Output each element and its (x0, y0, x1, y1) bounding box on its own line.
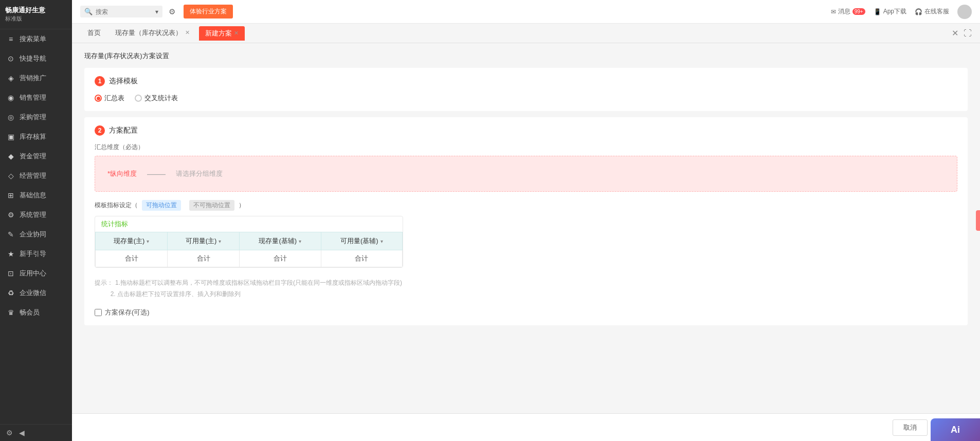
tab-inventory-status[interactable]: 现存量（库存状况表） ✕ (108, 24, 197, 43)
sidebar-item-finance[interactable]: ◆ 资金管理 (0, 146, 72, 166)
sidebar-item-inventory[interactable]: ▣ 库存核算 (0, 127, 72, 146)
window-expand-btn[interactable]: ⛶ (964, 29, 972, 38)
dim-required-text: *纵向维度 (107, 169, 137, 178)
avatar[interactable] (957, 5, 972, 19)
radio-summary-dot (97, 97, 100, 100)
sidebar-item-marketing[interactable]: ◈ 营销推广 (0, 68, 72, 88)
stats-col3-header: 现存量(基辅) ▾ (240, 232, 321, 250)
message-btn[interactable]: ✉ 消息 99+ (831, 7, 865, 16)
ai-fab-button[interactable]: Ai (931, 418, 980, 441)
section1-title: 选择模板 (109, 77, 138, 86)
dim-placeholder[interactable]: 请选择分组维度 (176, 169, 223, 178)
col3-dropdown[interactable]: 现存量(基辅) ▾ (259, 236, 301, 246)
tab-new-scheme-btn[interactable]: 新建方案 ✕ (199, 26, 245, 41)
window-close-btn[interactable]: ✕ (952, 28, 958, 38)
search-dropdown-arrow[interactable]: ▾ (155, 8, 158, 15)
section1-num: 1 (95, 76, 105, 86)
section2-num: 2 (95, 125, 105, 136)
tips-area: 提示： 1.拖动标题栏可以调整布局，不可跨维度或指标区域拖动栏目字段(只能在同一… (95, 278, 957, 300)
radio-cross-label: 交叉统计表 (144, 94, 178, 103)
col2-dropdown[interactable]: 可用量(主) ▾ (186, 236, 222, 246)
radio-cross[interactable]: 交叉统计表 (135, 94, 178, 103)
tips-line1: 1.拖动标题栏可以调整布局，不可跨维度或指标区域拖动栏目字段(只能在同一维度或指… (115, 278, 402, 289)
tab-new-scheme-label: 新建方案 (205, 29, 232, 38)
finance-icon: ◆ (6, 152, 15, 160)
sidebar-item-sales[interactable]: ◉ 销售管理 (0, 88, 72, 107)
search-icon: 🔍 (84, 8, 93, 15)
stats-table: 现存量(主) ▾ 可用量(主) ▾ (95, 232, 403, 267)
col4-dropdown[interactable]: 可用量(基辅) ▾ (340, 236, 383, 246)
sidebar-scroll: ≡ 搜索菜单 ⊙ 快捷导航 ◈ 营销推广 ◉ 销售管理 ◎ 采购管理 ▣ 库存核… (0, 29, 72, 424)
cancel-button[interactable]: 取消 (893, 419, 928, 436)
operations-icon: ◇ (6, 172, 15, 180)
stats-col3-cell: 合计 (240, 250, 321, 267)
save-area: 方案保存(可选) (95, 308, 957, 317)
radio-summary-circle (95, 95, 102, 102)
sidebar-item-label: 经营管理 (20, 171, 46, 180)
col1-dropdown[interactable]: 现存量(主) ▾ (114, 236, 150, 246)
indicator-label: 模板指标设定（ 可拖动位置 不可拖动位置 ） (95, 200, 957, 211)
col2-label: 可用量(主) (186, 236, 217, 246)
edge-handle[interactable] (976, 210, 980, 231)
app-download-btn[interactable]: 📱 App下载 (874, 7, 906, 16)
enterprise-icon: ✎ (6, 230, 15, 238)
sidebar-item-quick-nav[interactable]: ⊙ 快捷导航 (0, 49, 72, 68)
stats-col4-cell: 合计 (321, 250, 403, 267)
sidebar-item-basic[interactable]: ⊞ 基础信息 (0, 186, 72, 205)
radio-cross-circle (135, 95, 142, 102)
search-menu-icon: ≡ (6, 35, 15, 43)
sidebar-item-label: 快捷导航 (20, 54, 46, 63)
section2-header: 2 方案配置 (95, 125, 957, 136)
tab-home[interactable]: 首页 (80, 24, 108, 43)
online-service-btn[interactable]: 🎧 在线客服 (915, 7, 949, 16)
sales-icon: ◉ (6, 94, 15, 102)
tab-home-label: 首页 (87, 28, 101, 38)
stats-col1-cell: 合计 (96, 250, 168, 267)
tip-line-2: 2. 点击标题栏下拉可设置排序、插入列和删除列 (95, 289, 957, 300)
topbar-gear-icon[interactable]: ⚙ (169, 7, 175, 16)
sound-bottom-icon[interactable]: ◀ (19, 429, 25, 437)
tips-title: 提示： (95, 278, 113, 289)
save-checkbox[interactable] (95, 309, 102, 316)
trial-btn[interactable]: 体验行业方案 (184, 5, 233, 19)
save-label: 方案保存(可选) (105, 308, 150, 317)
settings-bottom-icon[interactable]: ⚙ (6, 429, 13, 437)
stats-section: 统计指标 现存量(主) ▾ (95, 216, 403, 268)
member-icon: ♛ (6, 308, 15, 317)
sidebar-item-search-menu[interactable]: ≡ 搜索菜单 (0, 29, 72, 49)
col2-dropdown-arrow: ▾ (219, 238, 221, 244)
sidebar-bottom: ⚙ ◀ (0, 424, 72, 441)
draggable-badge: 可拖动位置 (142, 200, 181, 211)
sidebar: 畅康通好生意 标准版 ≡ 搜索菜单 ⊙ 快捷导航 ◈ 营销推广 ◉ 销售管理 ◎… (0, 0, 72, 441)
sidebar-item-system[interactable]: ⚙ 系统管理 (0, 205, 72, 225)
col4-dropdown-arrow: ▾ (380, 238, 383, 244)
dimension-box: *纵向维度 —— 请选择分组维度 (95, 156, 957, 192)
sidebar-item-label: 资金管理 (20, 152, 46, 161)
topbar-search-box[interactable]: 🔍 ▾ (80, 6, 162, 17)
section1-header: 1 选择模板 (95, 76, 957, 86)
section-choose-template: 1 选择模板 汇总表 交叉统计表 (84, 68, 968, 111)
bottom-bar: 取消 查询 (72, 413, 980, 441)
sidebar-item-newcomer[interactable]: ★ 新手引导 (0, 244, 72, 264)
sidebar-item-enterprise[interactable]: ✎ 企业协同 (0, 225, 72, 244)
inventory-icon: ▣ (6, 133, 15, 141)
section-scheme-config: 2 方案配置 汇总维度（必选） *纵向维度 —— 请选择分组维度 模板指标设定（… (84, 117, 968, 325)
sidebar-item-label: 新手引导 (20, 249, 46, 259)
search-input[interactable] (96, 8, 152, 15)
topbar-right: ✉ 消息 99+ 📱 App下载 🎧 在线客服 (831, 5, 972, 19)
sidebar-item-label: 系统管理 (20, 210, 46, 219)
sidebar-item-member[interactable]: ♛ 畅会员 (0, 303, 72, 322)
sidebar-item-appstore[interactable]: ⊡ 应用中心 (0, 264, 72, 283)
window-controls: ✕ ⛶ (952, 28, 972, 38)
tab-new-scheme-close[interactable]: ✕ (234, 30, 239, 36)
sidebar-item-wechat[interactable]: ♻ 企业微信 (0, 283, 72, 303)
sidebar-item-label: 应用中心 (20, 269, 46, 278)
sidebar-item-operations[interactable]: ◇ 经营管理 (0, 166, 72, 186)
stats-col2-header: 可用量(主) ▾ (168, 232, 240, 250)
sidebar-item-label: 库存核算 (20, 132, 46, 141)
section2-title: 方案配置 (109, 126, 138, 135)
tab-inventory-status-close[interactable]: ✕ (185, 29, 190, 36)
radio-summary[interactable]: 汇总表 (95, 94, 124, 103)
message-icon: ✉ (831, 8, 836, 15)
sidebar-item-purchase[interactable]: ◎ 采购管理 (0, 107, 72, 127)
